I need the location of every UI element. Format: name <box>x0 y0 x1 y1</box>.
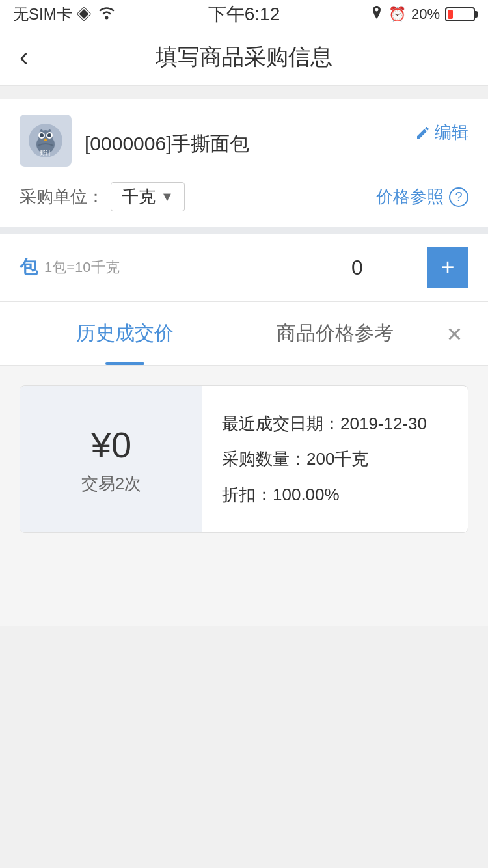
quantity-input-wrapper: + <box>297 247 468 288</box>
tab-history-label: 历史成交价 <box>76 322 174 344</box>
history-price-value: ¥0 <box>91 424 131 466</box>
product-card: 野计 [0000006]手撕面包 编辑 采购单位： 千克 ▼ 价格参照 ? <box>0 99 488 227</box>
unit-text-label: 采购单位： <box>20 185 104 208</box>
tabs-bar: 历史成交价 商品价格参考 × <box>0 302 488 366</box>
svg-point-7 <box>47 133 51 137</box>
svg-text:野计: 野计 <box>40 150 51 156</box>
tab-history-price[interactable]: 历史成交价 <box>20 302 230 365</box>
purchase-quantity-value: 200千克 <box>306 449 368 468</box>
history-price-panel: ¥0 交易2次 <box>20 386 202 532</box>
discount-label: 折扣： <box>222 485 273 504</box>
nav-bar: ‹ 填写商品采购信息 <box>0 29 488 86</box>
unit-label: 采购单位： 千克 ▼ <box>20 182 185 211</box>
tab-product-price[interactable]: 商品价格参考 <box>230 302 440 365</box>
edit-icon <box>415 125 431 141</box>
edit-button[interactable]: 编辑 <box>415 115 468 144</box>
product-left: 野计 [0000006]手撕面包 <box>20 115 249 167</box>
status-right-icons: ⏰ 20% <box>370 5 475 24</box>
status-time: 下午6:12 <box>208 2 280 27</box>
discount-row: 折扣：100.00% <box>222 483 448 506</box>
battery-pct-text: 20% <box>411 6 440 23</box>
price-ref-label: 价格参照 <box>376 185 444 208</box>
svg-point-6 <box>40 133 44 137</box>
status-bar: 无SIM卡 ◈ 下午6:12 ⏰ 20% <box>0 0 488 29</box>
history-details-panel: 最近成交日期：2019-12-30 采购数量：200千克 折扣：100.00% <box>202 386 468 532</box>
recent-date-value: 2019-12-30 <box>340 414 427 433</box>
product-header: 野计 [0000006]手撕面包 编辑 <box>20 115 468 167</box>
quantity-label: 包 1包=10千克 <box>20 255 120 280</box>
svg-point-0 <box>105 16 109 20</box>
discount-value: 100.00% <box>273 485 340 504</box>
unit-value: 千克 <box>122 185 156 208</box>
wifi-icon <box>97 5 116 23</box>
recent-date-label: 最近成交日期： <box>222 414 340 433</box>
purchase-quantity-label: 采购数量： <box>222 449 306 468</box>
history-card: ¥0 交易2次 最近成交日期：2019-12-30 采购数量：200千克 折扣：… <box>20 385 468 533</box>
location-icon <box>370 5 383 24</box>
dropdown-arrow-icon: ▼ <box>161 189 174 204</box>
product-name: [0000006]手撕面包 <box>85 124 249 157</box>
help-circle-icon: ? <box>449 187 468 207</box>
status-carrier: 无SIM卡 ◈ <box>13 4 116 25</box>
back-button[interactable]: ‹ <box>20 42 59 72</box>
edit-label: 编辑 <box>435 121 468 144</box>
quantity-input[interactable] <box>297 247 427 288</box>
recent-date-row: 最近成交日期：2019-12-30 <box>222 412 448 435</box>
battery-icon <box>445 7 475 21</box>
price-ref-button[interactable]: 价格参照 ? <box>376 185 468 208</box>
package-icon-label: 包 <box>20 255 38 280</box>
product-logo-icon: 野计 <box>27 122 64 159</box>
product-unit-row: 采购单位： 千克 ▼ 价格参照 ? <box>20 182 468 211</box>
alarm-icon: ⏰ <box>388 6 406 23</box>
quantity-plus-button[interactable]: + <box>427 247 468 288</box>
carrier-text: 无SIM卡 ◈ <box>13 4 92 25</box>
section-divider <box>0 227 488 234</box>
package-ratio: 1包=10千克 <box>44 258 120 277</box>
purchase-quantity-row: 采购数量：200千克 <box>222 447 448 470</box>
quantity-row: 包 1包=10千克 + <box>0 234 488 302</box>
history-content: ¥0 交易2次 最近成交日期：2019-12-30 采购数量：200千克 折扣：… <box>0 366 488 626</box>
page-title: 填写商品采购信息 <box>156 42 332 72</box>
tab-product-price-label: 商品价格参考 <box>277 322 394 344</box>
unit-select-dropdown[interactable]: 千克 ▼ <box>111 182 185 211</box>
product-thumbnail: 野计 <box>20 115 72 167</box>
tab-close-button[interactable]: × <box>441 321 468 347</box>
history-trades-count: 交易2次 <box>81 472 141 495</box>
